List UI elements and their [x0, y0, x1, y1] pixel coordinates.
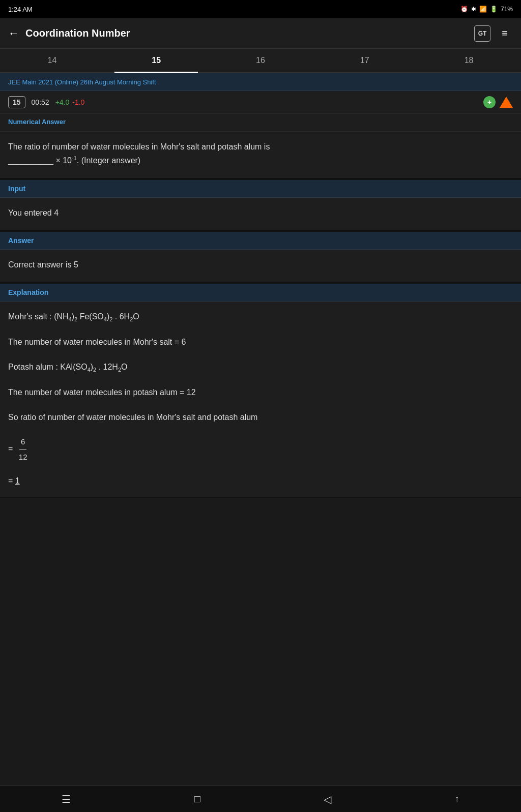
- exp-line-2: The number of water molecules in Mohr's …: [8, 335, 513, 350]
- tab-16[interactable]: 16: [209, 49, 313, 72]
- battery-percent: 71%: [501, 6, 513, 13]
- exp-line-1: Mohr's salt : (NH4)2 Fe(SO4)2 . 6H2O: [8, 310, 513, 325]
- tab-14[interactable]: 14: [0, 49, 104, 72]
- answer-label: Answer: [8, 236, 34, 245]
- input-content: You entered 4: [8, 206, 513, 220]
- input-section-header: Input: [0, 179, 521, 198]
- mark-negative: -1.0: [72, 98, 84, 106]
- status-bar: 1:24 AM ⏰ ✱ 📶 🔋 71%: [0, 0, 521, 18]
- menu-button[interactable]: ☰: [51, 788, 81, 810]
- question-timer: 00:52: [32, 98, 49, 106]
- answer-content: Correct answer is 5: [8, 258, 513, 272]
- status-icons: ⏰ ✱ 📶 🔋 71%: [460, 6, 513, 13]
- tab-17[interactable]: 17: [312, 49, 417, 72]
- explanation-section-header: Explanation: [0, 283, 521, 302]
- exp-result: = 1: [8, 474, 513, 489]
- question-text: The ratio of number of water molecules i…: [8, 140, 513, 168]
- filter-button[interactable]: ≡: [497, 25, 513, 42]
- wifi-icon: 📶: [479, 6, 487, 13]
- question-marks: +4.0 -1.0: [55, 98, 85, 106]
- answer-section-body: Correct answer is 5: [0, 250, 521, 283]
- fraction-denominator: 12: [17, 449, 29, 464]
- explanation-label: Explanation: [8, 288, 48, 296]
- exp-line-5: So ratio of number of water molecules in…: [8, 410, 513, 425]
- exp-line-4: The number of water molecules in potash …: [8, 385, 513, 400]
- input-label: Input: [8, 185, 25, 193]
- back-button[interactable]: ←: [8, 27, 19, 40]
- back-nav-button[interactable]: ◁: [313, 788, 341, 810]
- input-section-body: You entered 4: [0, 198, 521, 231]
- person-button[interactable]: ↑: [445, 789, 470, 809]
- question-body: The ratio of number of water molecules i…: [0, 132, 521, 179]
- fraction-display: 6 12: [17, 435, 29, 464]
- bottom-nav: ☰ □ ◁ ↑: [0, 786, 521, 812]
- clock-icon: ⏰: [460, 6, 468, 13]
- mark-positive: +4.0: [55, 98, 70, 106]
- question-status-icons: +: [483, 96, 513, 108]
- bluetooth-icon: ✱: [471, 6, 476, 13]
- home-button[interactable]: □: [184, 788, 211, 810]
- nav-actions: GT ≡: [474, 25, 513, 42]
- exp-line-3: Potash alum : KAl(SO4)2 . 12H2O: [8, 360, 513, 375]
- explanation-body: Mohr's salt : (NH4)2 Fe(SO4)2 . 6H2O The…: [0, 302, 521, 498]
- page-title: Coordination Number: [25, 27, 474, 39]
- fraction-numerator: 6: [19, 435, 26, 449]
- question-source: JEE Main 2021 (Online) 26th August Morni…: [8, 78, 156, 86]
- exp-fraction: = 6 12: [8, 435, 513, 464]
- translate-button[interactable]: GT: [474, 25, 490, 42]
- question-source-banner: JEE Main 2021 (Online) 26th August Morni…: [0, 73, 521, 91]
- question-number: 15: [8, 96, 25, 108]
- answer-type-label: Numerical Answer: [8, 118, 66, 126]
- nav-bar: ← Coordination Number GT ≡: [0, 18, 521, 49]
- correct-status-icon: +: [483, 96, 496, 108]
- question-header: 15 00:52 +4.0 -1.0 +: [0, 91, 521, 114]
- tab-15[interactable]: 15: [104, 49, 209, 72]
- battery-icon: 🔋: [490, 6, 498, 13]
- warning-status-icon: [500, 97, 513, 108]
- answer-type-row: Numerical Answer: [0, 114, 521, 132]
- tab-18[interactable]: 18: [417, 49, 521, 72]
- tab-bar: 14 15 16 17 18: [0, 49, 521, 73]
- answer-section-header: Answer: [0, 231, 521, 250]
- status-time: 1:24 AM: [8, 6, 33, 13]
